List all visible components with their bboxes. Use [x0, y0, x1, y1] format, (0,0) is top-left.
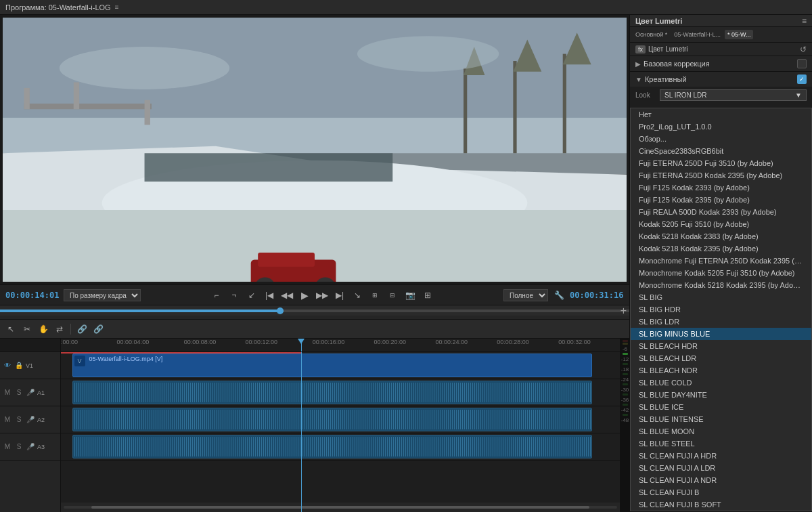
- multi-cam-button[interactable]: ⊞: [421, 289, 434, 302]
- look-value: SL IRON LDR: [664, 91, 706, 99]
- top-bar: Программа: 05-Waterfall-i-LOG ≡: [0, 0, 812, 15]
- dropdown-item[interactable]: Monochrome Kodak 5218 Kodak 2395 (by Ado…: [631, 279, 811, 291]
- progress-handle[interactable]: [277, 307, 284, 314]
- dropdown-item[interactable]: SL CLEAN FUJI A LDR: [631, 462, 811, 474]
- timeline-ruler[interactable]: :00:00 00:00:04:00 00:00:08:00 00:00:12:…: [61, 339, 620, 352]
- video-clip[interactable]: V 05-Waterfall-i-LOG.mp4 [V]: [72, 354, 592, 377]
- vu-label-42: -42: [621, 407, 629, 413]
- dropdown-item[interactable]: SL CLEAN FUJI A HDR: [631, 450, 811, 462]
- dropdown-item[interactable]: Kodak 5205 Fuji 3510 (by Adobe): [631, 218, 811, 230]
- tool-select[interactable]: ↖: [4, 322, 18, 336]
- track-mute-a1[interactable]: M: [3, 388, 12, 398]
- track-mic-a2[interactable]: 🎤: [26, 415, 35, 425]
- basic-section-checkbox[interactable]: [797, 59, 807, 68]
- tab-basic[interactable]: Основной *: [633, 30, 670, 39]
- progress-track[interactable]: [0, 310, 629, 312]
- dropdown-item[interactable]: SL BLUE STEEL: [631, 438, 811, 450]
- tool-hand[interactable]: ✋: [37, 322, 50, 336]
- look-select[interactable]: SL IRON LDR ▼: [660, 89, 807, 101]
- step-in-button[interactable]: ↙: [245, 289, 258, 302]
- dropdown-item[interactable]: Fuji F125 Kodak 2393 (by Adobe): [631, 182, 811, 194]
- vu-label-6: -6: [623, 346, 627, 352]
- dropdown-item[interactable]: SL BLUE ICE: [631, 401, 811, 413]
- tab-file[interactable]: 05-Waterfall-i-L...: [671, 30, 723, 39]
- timeline-area: ≡ ↖ ✂ ✋ ⇄ 🔗 🔗 👁: [0, 306, 629, 512]
- tool-slip[interactable]: ⇄: [53, 322, 66, 336]
- track-lock-v1[interactable]: 🔒: [14, 361, 24, 370]
- dropdown-item[interactable]: SL BLUE DAY4NITE: [631, 389, 811, 401]
- dropdown-item[interactable]: SL CLEAN FUJI A NDR: [631, 474, 811, 486]
- track-row-a3: [61, 433, 620, 461]
- track-mute-a2[interactable]: M: [3, 415, 12, 425]
- dropdown-item[interactable]: SL BLUE COLD: [631, 377, 811, 389]
- dropdown-item[interactable]: Kodak 5218 Kodak 2383 (by Adobe): [631, 230, 811, 242]
- track-mic-a3[interactable]: 🎤: [26, 442, 35, 452]
- track-control-v1: 👁 🔒 V1: [0, 352, 60, 379]
- overwrite-button[interactable]: ⊞: [368, 289, 382, 302]
- dropdown-item[interactable]: Fuji ETERNA 250D Kodak 2395 (by Adobe): [631, 169, 811, 182]
- basic-section-header[interactable]: ▶ Базовая коррекция: [630, 56, 812, 71]
- snap-button[interactable]: 🔗: [75, 322, 89, 336]
- dropdown-item[interactable]: SL CLEAN FUJI B SOFT: [631, 498, 811, 511]
- tool-razor[interactable]: ✂: [20, 322, 34, 336]
- dropdown-item[interactable]: Monochrome Kodak 5205 Fuji 3510 (by Adob…: [631, 267, 811, 279]
- wrench-button[interactable]: 🔧: [552, 289, 566, 302]
- look-chevron-icon: ▼: [795, 91, 802, 99]
- mark-out-button[interactable]: ¬: [227, 289, 241, 302]
- dropdown-item[interactable]: Fuji F125 Kodak 2395 (by Adobe): [631, 194, 811, 206]
- lumetri-tabs: Основной * 05-Waterfall-i-L... * 05-W...: [630, 27, 812, 43]
- audio-clip-a2[interactable]: [72, 408, 592, 431]
- fit-select[interactable]: По размеру кадра: [64, 289, 141, 301]
- dropdown-item[interactable]: SL BLEACH NDR: [631, 364, 811, 377]
- dropdown-item[interactable]: Нет: [631, 108, 811, 121]
- add-marker-button[interactable]: +: [621, 305, 627, 317]
- dropdown-item[interactable]: SL BLUE MOON: [631, 425, 811, 438]
- export-button[interactable]: 📷: [403, 289, 417, 302]
- scale-track[interactable]: [64, 506, 617, 509]
- checkbox-checkmark: ✓: [799, 76, 805, 83]
- audio-clip-a1[interactable]: [72, 381, 592, 404]
- creative-section-header[interactable]: ▼ Креативный ✓: [630, 72, 812, 87]
- track-solo-a1[interactable]: S: [14, 388, 24, 398]
- go-to-out-button[interactable]: ▶|: [333, 289, 346, 302]
- quality-select[interactable]: Полное: [503, 289, 548, 301]
- track-mute-a3[interactable]: M: [3, 442, 12, 452]
- svg-rect-8: [563, 54, 566, 154]
- dropdown-item[interactable]: Fuji REALA 500D Kodak 2393 (by Adobe): [631, 206, 811, 218]
- track-mic-a1[interactable]: 🎤: [26, 388, 35, 398]
- step-back-button[interactable]: ◀◀: [280, 289, 294, 302]
- dropdown-item[interactable]: SL BLUE INTENSE: [631, 413, 811, 425]
- step-forward-button[interactable]: ▶▶: [315, 289, 329, 302]
- dropdown-item[interactable]: CineSpace2383sRGB6bit: [631, 145, 811, 157]
- fx-reset-button[interactable]: ↺: [800, 45, 807, 54]
- dropdown-item[interactable]: Monochrome Fuji ETERNA 250D Kodak 2395 (…: [631, 255, 811, 267]
- play-button[interactable]: ▶: [298, 289, 311, 302]
- dropdown-item[interactable]: SL BIG HDR: [631, 303, 811, 316]
- track-solo-a2[interactable]: S: [14, 415, 24, 425]
- linked-button[interactable]: 🔗: [91, 322, 105, 336]
- track-solo-a3[interactable]: S: [14, 442, 24, 452]
- dropdown-list[interactable]: НетPro2_iLog_LUT_1.0.0Обзор...CineSpace2…: [630, 108, 812, 511]
- dropdown-item[interactable]: Kodak 5218 Kodak 2395 (by Adobe): [631, 242, 811, 255]
- dropdown-item[interactable]: Pro2_iLog_LUT_1.0.0: [631, 121, 811, 133]
- go-to-in-button[interactable]: |◀: [263, 289, 276, 302]
- dropdown-item[interactable]: Fuji ETERNA 250D Fuji 3510 (by Adobe): [631, 157, 811, 169]
- audio-clip-a3[interactable]: [72, 435, 592, 458]
- mark-in-button[interactable]: ⌐: [210, 289, 223, 302]
- dropdown-item[interactable]: SL BIG LDR: [631, 316, 811, 328]
- dropdown-item[interactable]: SL BIG: [631, 291, 811, 303]
- tab-applied[interactable]: * 05-W...: [725, 30, 754, 39]
- lumetri-menu-icon[interactable]: ≡: [802, 16, 807, 26]
- dropdown-item[interactable]: SL CLEAN FUJI B: [631, 486, 811, 498]
- insert-button[interactable]: ↘: [351, 289, 364, 302]
- dropdown-item[interactable]: SL BIG MINUS BLUE: [631, 328, 811, 340]
- lift-button[interactable]: ⊟: [386, 289, 399, 302]
- ruler-spacer: [0, 339, 60, 352]
- progress-bar-area[interactable]: +: [0, 305, 629, 316]
- program-menu-icon[interactable]: ≡: [115, 3, 119, 11]
- creative-section-checkbox[interactable]: ✓: [797, 74, 807, 84]
- dropdown-item[interactable]: Обзор...: [631, 133, 811, 145]
- track-eye-v1[interactable]: 👁: [3, 361, 12, 370]
- dropdown-item[interactable]: SL BLEACH HDR: [631, 340, 811, 352]
- dropdown-item[interactable]: SL BLEACH LDR: [631, 352, 811, 364]
